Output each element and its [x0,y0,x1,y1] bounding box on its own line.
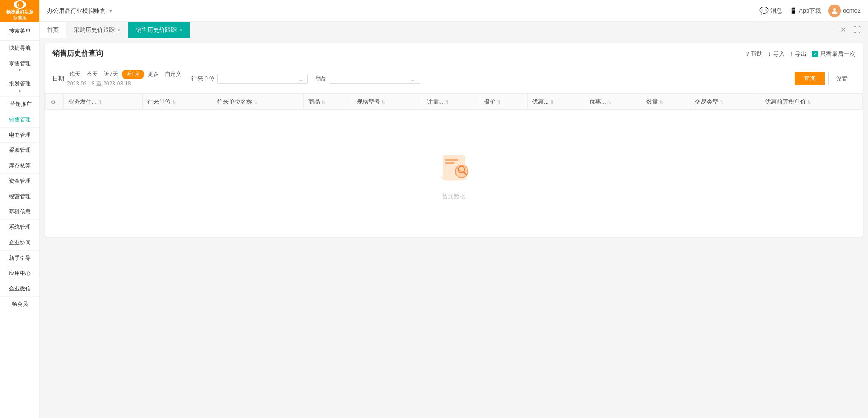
date-btn-yesterday[interactable]: 昨天 [67,70,83,79]
topbar-dropdown-icon[interactable]: ▾ [109,8,112,14]
table-col-pretax-price[interactable]: 优惠前无税单价⇅ [760,94,862,110]
sidebar-item-marketing[interactable]: 营销推广 [0,97,39,112]
settings-button[interactable]: 设置 [828,72,855,86]
export-button[interactable]: ↑ 导出 [790,50,807,58]
chevron-up-icon: ▴ [19,88,21,93]
sidebar-item-finance[interactable]: 资金管理 [0,174,39,189]
table-header-row: ⚙ 业务发生...⇅ 往来单位⇅ 往来单位名称⇅ [46,94,863,110]
table-col-product[interactable]: 商品⇅ [304,94,352,110]
sort-icon: ⇅ [382,100,385,104]
sort-icon: ⇅ [550,100,554,104]
table-settings-header[interactable]: ⚙ [46,94,64,110]
data-table: ⚙ 业务发生...⇅ 往来单位⇅ 往来单位名称⇅ [45,94,863,110]
table-col-price[interactable]: 报价⇅ [479,94,528,110]
table-col-unit-name[interactable]: 往来单位名称⇅ [212,94,304,110]
sort-icon: ⇅ [254,100,257,104]
maximize-icon[interactable]: ⛶ [852,24,863,36]
sidebar-purchase-label: 采购管理 [9,147,31,154]
sidebar-item-ecommerce[interactable]: 电商管理 [0,128,39,143]
product-label: 商品 [315,75,327,83]
sidebar-item-inventory[interactable]: 库存核算 [0,158,39,174]
sidebar-item-purchase[interactable]: 采购管理 [0,143,39,158]
sidebar-quicknav-label: 快捷导航 [9,44,31,52]
sidebar-item-retail[interactable]: 零售管理 ▾ [0,56,39,76]
sidebar-item-system[interactable]: 系统管理 [0,220,39,235]
sort-icon: ⇅ [321,100,325,104]
sidebar-search-label[interactable]: 搜索菜单 [3,25,37,37]
from-unit-input[interactable]: ... [217,74,308,84]
avatar [828,5,841,17]
sidebar-retail-label: 零售管理 [9,60,31,67]
user-menu-button[interactable]: demo2 [828,5,861,17]
app-download-button[interactable]: 📱 App下载 [789,7,821,15]
app-logo-text: 畅捷通好生意 [6,10,33,15]
table-col-spec[interactable]: 规格型号⇅ [352,94,422,110]
sidebar-item-newbie[interactable]: 新手引导 [0,251,39,266]
sidebar-item-collab[interactable]: 企业协同 [0,235,39,251]
data-table-container: ⚙ 业务发生...⇅ 往来单位⇅ 往来单位名称⇅ [45,94,863,237]
date-btn-today[interactable]: 今天 [84,70,100,79]
messages-button[interactable]: 💬 消息 [760,6,782,15]
app-download-label: App下载 [799,7,821,15]
sidebar-item-member[interactable]: 畅会员 [0,297,39,312]
sidebar-item-operations[interactable]: 经营管理 [0,189,39,204]
app-logo: 6 畅捷通好生意 标准版 [0,0,39,22]
tab-sales-history[interactable]: 销售历史价跟踪 × [128,22,190,38]
tab-home[interactable]: 首页 [40,22,66,38]
import-button[interactable]: ↓ 导入 [768,50,785,58]
sidebar-newbie-label: 新手引导 [9,254,31,262]
tab-purchase-close-icon[interactable]: × [118,27,121,33]
sidebar-basic-info-label: 基础信息 [9,208,31,216]
table-col-discount1[interactable]: 优惠...⇅ [528,94,585,110]
table-col-unit[interactable]: 计量...⇅ [422,94,479,110]
sidebar-inventory-label: 库存核算 [9,162,31,170]
sidebar-item-quicknav[interactable]: 快捷导航 [0,41,39,56]
page-panel: 销售历史价查询 ? 帮助 ↓ 导入 ↑ 导出 ✓ [45,43,863,237]
sidebar-item-sales[interactable]: 销售管理 [0,112,39,128]
svg-point-2 [833,8,836,11]
from-unit-dots: ... [299,76,304,82]
app-subtitle: 标准版 [13,15,27,21]
settings-icon[interactable]: ⚙ [50,98,56,105]
date-filter-section: 昨天 今天 近7天 近1月 更多 自定义 2023-02-18 至 2023-0… [67,70,184,88]
tab-purchase-label: 采购历史价跟踪 [74,26,115,34]
sidebar-item-wholesale[interactable]: 批发管理 ▴ [0,76,39,97]
topbar: 办公用品行业模拟账套 ▾ 💬 消息 📱 App下载 demo2 [40,0,868,22]
help-label: 帮助 [751,50,763,58]
user-name: demo2 [843,7,861,14]
sidebar-appcenter-label: 应用中心 [9,270,31,277]
topbar-title: 办公用品行业模拟账套 [47,7,106,15]
date-btn-more[interactable]: 更多 [145,70,161,79]
help-button[interactable]: ? 帮助 [746,50,763,58]
product-input[interactable]: ... [330,74,420,84]
sidebar-item-wechat[interactable]: 企业微信 [0,281,39,297]
date-filter-label: 日期 [52,75,64,83]
tab-purchase-history[interactable]: 采购历史价跟踪 × [66,22,128,38]
empty-state: 暂元数据 [45,110,863,237]
date-btn-1month[interactable]: 近1月 [122,70,145,79]
tabbar: 首页 采购历史价跟踪 × 销售历史价跟踪 × ✕ ⛶ [40,22,868,38]
table-col-trade-type[interactable]: 交易类型⇅ [690,94,760,110]
product-filter-group: 商品 ... [315,74,420,84]
date-btn-7days[interactable]: 近7天 [101,70,121,79]
date-buttons: 昨天 今天 近7天 近1月 更多 自定义 [67,70,184,79]
sort-icon: ⇅ [660,100,663,104]
export-icon: ↑ [790,50,793,57]
table-col-biz-date[interactable]: 业务发生...⇅ [64,94,143,110]
sidebar-wechat-label: 企业微信 [9,285,31,293]
query-button[interactable]: 查询 [795,72,825,86]
sidebar-search-item[interactable]: 搜索菜单 [0,22,39,41]
table-col-quantity[interactable]: 数量⇅ [642,94,690,110]
date-btn-custom[interactable]: 自定义 [162,70,184,79]
sidebar-item-basic-info[interactable]: 基础信息 [0,204,39,220]
page-title: 销售历史价查询 [52,49,103,58]
checkbox-icon: ✓ [812,51,818,57]
topbar-right: 💬 消息 📱 App下载 demo2 [760,5,861,17]
close-tab-icon[interactable]: ✕ [839,24,848,36]
only-last-checkbox[interactable]: ✓ 只看最后一次 [812,50,855,58]
sidebar-item-appcenter[interactable]: 应用中心 [0,266,39,281]
tab-sales-close-icon[interactable]: × [179,27,183,33]
table-col-discount2[interactable]: 优惠...⇅ [585,94,642,110]
tab-sales-label: 销售历史价跟踪 [136,26,177,34]
table-col-unit-code[interactable]: 往来单位⇅ [142,94,212,110]
